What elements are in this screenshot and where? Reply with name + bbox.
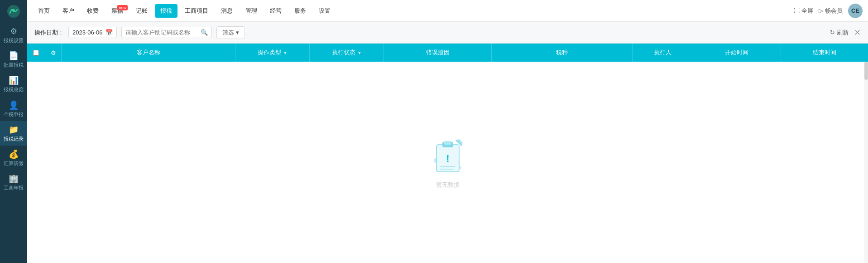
close-button[interactable]: ✕ bbox=[854, 28, 861, 38]
sidebar-item-settlement[interactable]: 💰 汇算清缴 bbox=[0, 146, 27, 170]
sidebar-item-personal-tax[interactable]: 👤 个税申报 bbox=[0, 97, 27, 121]
settlement-icon: 💰 bbox=[9, 149, 19, 159]
nav-item-service[interactable]: 服务 bbox=[289, 4, 312, 18]
tax-records-icon: 📁 bbox=[9, 125, 19, 135]
nav-item-message[interactable]: 消息 bbox=[216, 4, 238, 18]
th-op-type: 操作类型 ▼ bbox=[235, 44, 310, 62]
nav-item-management[interactable]: 管理 bbox=[240, 4, 263, 18]
status-sort-icon: ▼ bbox=[357, 50, 362, 55]
th-executor: 执行人 bbox=[633, 44, 694, 62]
gear-icon: ⚙ bbox=[51, 49, 56, 56]
refresh-icon: ↻ bbox=[830, 29, 835, 36]
fullscreen-button[interactable]: ⛶ 全屏 bbox=[794, 7, 813, 15]
nav-item-settings[interactable]: 设置 bbox=[313, 4, 336, 18]
op-type-sort-icon: ▼ bbox=[283, 50, 288, 55]
sidebar-item-tax-settings[interactable]: ⚙ 报税设置 bbox=[0, 23, 27, 47]
th-checkbox[interactable] bbox=[27, 44, 45, 62]
nav-item-invoice[interactable]: 票据 new bbox=[106, 4, 129, 18]
sidebar-item-personal-tax-label: 个税申报 bbox=[4, 112, 24, 117]
sidebar: ⚙ 报税设置 📄 批量报税 📊 报税总览 👤 个税申报 📁 报税记录 💰 汇算清… bbox=[0, 0, 27, 263]
vip-icon: ▷ bbox=[819, 7, 823, 14]
fullscreen-icon: ⛶ bbox=[794, 7, 800, 14]
batch-tax-icon: 📄 bbox=[9, 51, 19, 61]
nav-item-client[interactable]: 客户 bbox=[57, 4, 80, 18]
th-error: 错误股因 bbox=[384, 44, 491, 62]
date-label: 操作日期： bbox=[34, 29, 64, 37]
tax-settings-icon: ⚙ bbox=[10, 26, 17, 36]
sidebar-item-tax-records-label: 报税记录 bbox=[4, 136, 24, 142]
nav-item-industrial[interactable]: 工商项目 bbox=[179, 4, 214, 18]
sidebar-item-tax-overview-label: 报税总览 bbox=[4, 87, 24, 93]
annual-report-icon: 🏢 bbox=[9, 174, 19, 184]
svg-rect-4 bbox=[444, 141, 451, 145]
select-all-checkbox[interactable] bbox=[33, 50, 39, 56]
svg-point-1 bbox=[12, 9, 15, 12]
th-tax: 税种 bbox=[492, 44, 633, 62]
table-container: ⚙ 客户名称 操作类型 ▼ 执行状态 ▼ 错误股因 税种 执行人 bbox=[27, 44, 868, 263]
nav-item-tax[interactable]: 报税 bbox=[155, 4, 177, 18]
vip-button[interactable]: ▷ 畅会员 bbox=[819, 7, 843, 15]
svg-point-10 bbox=[434, 158, 436, 163]
empty-text: 暂无数据 bbox=[436, 181, 460, 189]
main-content: 首页 客户 收费 票据 new 记账 报税 工商项目 消息 管理 经营 服务 设… bbox=[27, 0, 868, 263]
date-picker[interactable]: 2023-06-06 📅 bbox=[68, 27, 117, 38]
nav-item-billing[interactable]: 收费 bbox=[82, 4, 104, 18]
sidebar-item-annual-report[interactable]: 🏢 工商年报 bbox=[0, 170, 27, 195]
nav-item-finance[interactable]: 经营 bbox=[264, 4, 287, 18]
search-box[interactable]: 🔍 bbox=[121, 27, 212, 38]
refresh-button[interactable]: ↻ 刷新 bbox=[830, 29, 849, 37]
calendar-icon: 📅 bbox=[106, 29, 113, 36]
table-body: ! 暂无数据 bbox=[27, 62, 868, 263]
date-value: 2023-06-06 bbox=[72, 29, 103, 36]
refresh-label: 刷新 bbox=[837, 29, 849, 37]
search-input[interactable] bbox=[125, 29, 199, 36]
svg-text:!: ! bbox=[446, 153, 449, 164]
sidebar-logo bbox=[0, 0, 27, 23]
sidebar-item-tax-overview[interactable]: 📊 报税总览 bbox=[0, 72, 27, 96]
sidebar-item-tax-settings-label: 报税设置 bbox=[4, 38, 24, 44]
sidebar-item-annual-report-label: 工商年报 bbox=[4, 185, 24, 191]
scrollbar-thumb[interactable] bbox=[864, 62, 868, 80]
avatar[interactable]: CE bbox=[848, 4, 863, 18]
th-end: 结束时间 bbox=[781, 44, 868, 62]
new-badge: new bbox=[117, 5, 128, 10]
toolbar: 操作日期： 2023-06-06 📅 🔍 筛选 ▾ ↻ 刷新 ✕ bbox=[27, 22, 868, 44]
svg-point-11 bbox=[460, 166, 461, 169]
sidebar-item-settlement-label: 汇算清缴 bbox=[4, 161, 24, 166]
top-nav: 首页 客户 收费 票据 new 记账 报税 工商项目 消息 管理 经营 服务 设… bbox=[27, 0, 868, 22]
filter-button[interactable]: 筛选 ▾ bbox=[216, 26, 245, 39]
table-header: ⚙ 客户名称 操作类型 ▼ 执行状态 ▼ 错误股因 税种 执行人 bbox=[27, 44, 868, 62]
toolbar-right: ↻ 刷新 ✕ bbox=[830, 28, 861, 38]
sidebar-item-batch-tax-label: 批量报税 bbox=[4, 62, 24, 68]
tax-overview-icon: 📊 bbox=[9, 75, 19, 85]
sidebar-item-tax-records[interactable]: 📁 报税记录 bbox=[0, 121, 27, 146]
nav-right: ⛶ 全屏 ▷ 畅会员 CE bbox=[794, 4, 863, 18]
sidebar-item-batch-tax[interactable]: 📄 批量报税 bbox=[0, 47, 27, 72]
chevron-down-icon: ▾ bbox=[236, 29, 239, 36]
scrollbar-track[interactable] bbox=[864, 62, 868, 263]
nav-item-home[interactable]: 首页 bbox=[33, 4, 55, 18]
th-gear[interactable]: ⚙ bbox=[45, 44, 62, 62]
nav-item-accounts[interactable]: 记账 bbox=[130, 4, 153, 18]
empty-illustration: ! bbox=[430, 136, 466, 176]
th-start: 开始时间 bbox=[693, 44, 781, 62]
th-status: 执行状态 ▼ bbox=[310, 44, 384, 62]
personal-tax-icon: 👤 bbox=[9, 100, 19, 110]
th-name: 客户名称 bbox=[62, 44, 235, 62]
filter-label: 筛选 bbox=[222, 29, 234, 37]
search-icon: 🔍 bbox=[201, 29, 208, 36]
